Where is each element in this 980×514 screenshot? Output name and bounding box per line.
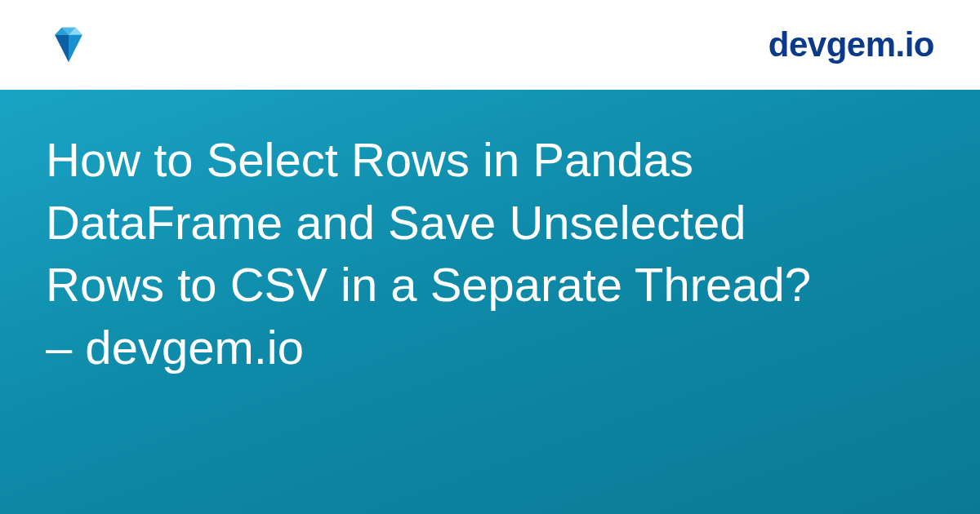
header: devgem.io (0, 0, 980, 90)
page-title: How to Select Rows in Pandas DataFrame a… (46, 129, 822, 379)
svg-marker-4 (55, 35, 69, 63)
brand-name: devgem.io (768, 25, 934, 64)
svg-marker-5 (69, 35, 82, 63)
hero-banner: How to Select Rows in Pandas DataFrame a… (0, 90, 980, 514)
gem-logo-icon (46, 22, 91, 68)
